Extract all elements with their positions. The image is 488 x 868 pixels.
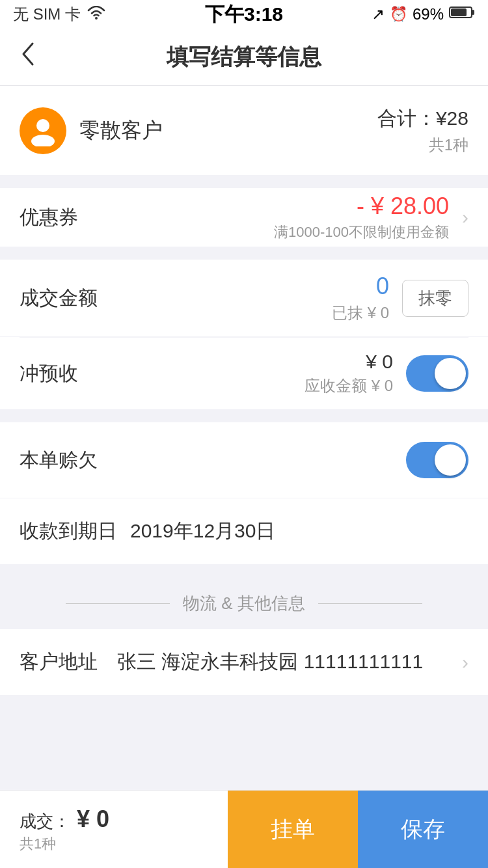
hang-button[interactable]: 挂单	[228, 791, 358, 868]
transaction-sub: 已抹 ¥ 0	[332, 303, 389, 323]
right-divider-line	[318, 603, 422, 604]
transaction-row: 成交金额 0 已抹 ¥ 0 抹零	[0, 260, 488, 337]
round-zero-button[interactable]: 抹零	[402, 280, 468, 317]
bottom-info: 成交： ¥ 0 共1种	[0, 791, 228, 868]
total-count: 共1种	[377, 135, 468, 156]
avatar	[20, 107, 66, 154]
advance-toggle[interactable]	[406, 355, 468, 392]
address-row[interactable]: 客户地址 张三 海淀永丰科技园 11111111111 ›	[0, 629, 488, 695]
page-title: 填写结算等信息	[167, 42, 321, 72]
total-amount: 合计：¥28	[377, 105, 468, 132]
debt-label: 本单赊欠	[20, 447, 98, 474]
battery-icon	[449, 5, 475, 23]
advance-value: ¥ 0	[305, 351, 393, 373]
alarm-icon: ⏰	[390, 6, 407, 23]
customer-name: 零散客户	[79, 116, 163, 145]
logistics-header: 物流 & 其他信息	[0, 577, 488, 629]
svg-rect-1	[472, 10, 474, 15]
coupon-section: 优惠券 - ¥ 28.00 满1000-100不限制使用金额 ›	[0, 188, 488, 247]
coupon-discount-note: 满1000-100不限制使用金额	[274, 223, 449, 242]
bottom-amount: ¥ 0	[77, 806, 109, 833]
advance-toggle-knob	[435, 358, 466, 389]
status-left: 无 SIM 卡	[13, 4, 105, 25]
debt-section: 本单赊欠 收款到期日 2019年12月30日	[0, 422, 488, 564]
coupon-row[interactable]: 优惠券 - ¥ 28.00 满1000-100不限制使用金额 ›	[0, 188, 488, 247]
address-label: 客户地址	[20, 649, 98, 675]
address-value: 张三 海淀永丰科技园 11111111111	[117, 649, 442, 675]
coupon-value-group: - ¥ 28.00 满1000-100不限制使用金额	[274, 193, 449, 242]
wifi-icon	[87, 5, 105, 25]
save-button[interactable]: 保存	[358, 791, 488, 868]
logistics-section-label: 物流 & 其他信息	[66, 592, 422, 615]
svg-point-3	[36, 119, 49, 132]
battery-percent: 69%	[413, 5, 444, 23]
bottom-count: 共1种	[20, 834, 208, 854]
nav-bar: 填写结算等信息	[0, 29, 488, 86]
advance-row: 冲预收 ¥ 0 应收金额 ¥ 0	[0, 338, 488, 409]
debt-toggle-knob	[435, 444, 466, 476]
address-chevron-icon: ›	[462, 651, 468, 673]
transaction-section: 成交金额 0 已抹 ¥ 0 抹零 冲预收 ¥ 0 应收金额 ¥ 0	[0, 260, 488, 409]
coupon-discount-value: - ¥ 28.00	[274, 193, 449, 220]
customer-row: 零散客户 合计：¥28 共1种	[0, 86, 488, 175]
advance-label: 冲预收	[20, 360, 78, 387]
svg-rect-2	[451, 8, 467, 16]
no-sim-text: 无 SIM 卡	[13, 4, 81, 25]
location-icon: ↗	[372, 5, 385, 23]
customer-right: 合计：¥28 共1种	[377, 105, 468, 156]
coupon-chevron-icon: ›	[462, 206, 468, 228]
bottom-transaction-label: 成交：	[20, 810, 70, 833]
debt-row: 本单赊欠	[0, 422, 488, 498]
logistics-label-text: 物流 & 其他信息	[183, 592, 305, 615]
coupon-label: 优惠券	[20, 204, 78, 231]
debt-toggle[interactable]	[406, 442, 468, 478]
advance-sub: 应收金额 ¥ 0	[305, 375, 393, 396]
svg-point-4	[31, 135, 55, 146]
left-divider-line	[66, 603, 170, 604]
status-time: 下午3:18	[205, 1, 283, 28]
due-date-row: 收款到期日 2019年12月30日	[0, 498, 488, 564]
content: 零散客户 合计：¥28 共1种 优惠券 - ¥ 28.00 满1000-100不…	[0, 86, 488, 786]
due-date-label: 收款到期日	[20, 518, 117, 545]
transaction-value: 0	[332, 273, 389, 300]
status-right: ↗ ⏰ 69%	[372, 5, 475, 23]
customer-left: 零散客户	[20, 107, 163, 154]
bottom-bar: 成交： ¥ 0 共1种 挂单 保存	[0, 790, 488, 868]
transaction-label: 成交金额	[20, 285, 98, 312]
back-button[interactable]	[20, 41, 35, 73]
due-date-value: 2019年12月30日	[130, 518, 275, 545]
status-bar: 无 SIM 卡 下午3:18 ↗ ⏰ 69%	[0, 0, 488, 29]
